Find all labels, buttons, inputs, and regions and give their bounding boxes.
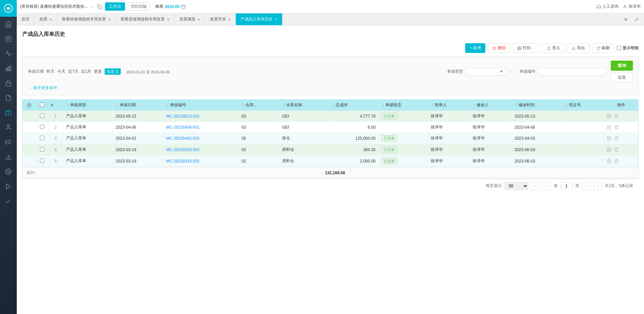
filter-today[interactable]: 今天: [57, 69, 65, 74]
col-voucher[interactable]: 凭证号: [562, 100, 604, 111]
tab-invoice-open-close[interactable]: ×: [228, 17, 231, 22]
last-page-button[interactable]: »: [593, 182, 602, 190]
edit-icon[interactable]: [607, 136, 611, 141]
user-service[interactable]: 人工咨询: [596, 4, 619, 9]
tabbar: 首页 发票 × 查看销项增值税专用发票 × 查看进项增值税专用发票 × 发票测算…: [17, 13, 644, 25]
tab-invoice-open[interactable]: 发票开具 ×: [205, 13, 236, 25]
tab-sales-vat[interactable]: 查看销项增值税专用发票 ×: [57, 13, 116, 25]
edit-icon[interactable]: [607, 147, 611, 152]
table-row[interactable]: 3 产品入库单 2023-04-02 MC-20230402-001 05 徐仓…: [22, 133, 638, 144]
old-version-button[interactable]: 切到旧版: [128, 2, 150, 11]
tab-purchase-vat-close[interactable]: ×: [167, 17, 169, 22]
edit-icon[interactable]: [607, 114, 611, 119]
import-button[interactable]: 导入: [542, 43, 565, 53]
user-info[interactable]: 徐泽华: [623, 4, 641, 9]
cell-checkbox[interactable]: [36, 122, 48, 133]
page-input[interactable]: [560, 182, 573, 190]
col-total-cost[interactable]: 总成本: [329, 100, 378, 111]
close-all-button[interactable]: ✕: [621, 15, 631, 24]
tab-home[interactable]: 首页: [17, 13, 35, 25]
edit-icon[interactable]: [607, 125, 611, 130]
cell-checkbox[interactable]: [36, 111, 48, 122]
cell-number[interactable]: MC-20230319-001: [163, 155, 239, 167]
sidebar-item-docs[interactable]: [0, 32, 17, 46]
filter-custom[interactable]: 自定义: [105, 68, 121, 75]
col-status[interactable]: 单据状态: [378, 100, 428, 111]
sidebar-item-download[interactable]: [0, 149, 17, 164]
cell-number[interactable]: MC-20230319-002: [163, 144, 239, 155]
workbench-button[interactable]: 工作台: [105, 2, 125, 11]
delete-row-icon[interactable]: [614, 159, 619, 164]
cell-checkbox[interactable]: [36, 144, 48, 155]
col-settings[interactable]: [22, 100, 36, 111]
calendar-icon[interactable]: [181, 4, 185, 9]
tab-product-inbound[interactable]: 产成品入库单历史 ×: [236, 13, 282, 25]
company-dropdown-icon[interactable]: [90, 5, 94, 9]
tab-invoice-calc-close[interactable]: ×: [198, 17, 200, 22]
sidebar-item-invoice[interactable]: [0, 90, 17, 105]
tab-invoice-calc[interactable]: 发票测算 ×: [175, 13, 205, 25]
search-button[interactable]: 查询: [611, 61, 633, 71]
sidebar-item-v[interactable]: [0, 194, 17, 208]
cell-number[interactable]: MC-20230513-001: [163, 111, 239, 122]
filter-expand[interactable]: 展开更多条件: [28, 85, 633, 91]
delete-row-icon[interactable]: [614, 136, 619, 141]
sidebar-item-warehouse[interactable]: [0, 105, 17, 120]
prev-page-button[interactable]: ‹: [542, 182, 551, 190]
table-row[interactable]: 2 产品入库单 2023-04-06 MC-20230406-001 03 GE…: [22, 122, 638, 133]
filter-number-input[interactable]: [538, 68, 605, 76]
tab-purchase-vat[interactable]: 查看进项增值税专用发票 ×: [116, 13, 174, 25]
edit-icon[interactable]: [607, 159, 611, 164]
table-row[interactable]: 1 产品入库单 2023-05-13 MC-20230513-001 03 GE…: [22, 111, 638, 122]
sidebar-item-play[interactable]: [0, 179, 17, 194]
sidebar-item-chart[interactable]: [0, 61, 17, 76]
sidebar-item-user[interactable]: [0, 120, 17, 135]
new-button[interactable]: + 新增: [465, 43, 485, 53]
select-all-checkbox[interactable]: [40, 103, 44, 107]
filter-7days[interactable]: 近7天: [68, 69, 78, 74]
col-warehouse-name[interactable]: 仓库名称: [279, 100, 329, 111]
sidebar-item-lock[interactable]: [0, 76, 17, 90]
sidebar-item-home[interactable]: [0, 17, 17, 32]
maximize-button[interactable]: ⤢: [632, 15, 641, 24]
table-row[interactable]: 4 产品入库单 2023-03-19 MC-20230319-002 02 原料…: [22, 144, 638, 155]
copy-icon[interactable]: [97, 4, 102, 9]
refresh-button[interactable]: 刷新: [592, 43, 614, 53]
tab-invoice-close[interactable]: ×: [49, 17, 52, 22]
delete-row-icon[interactable]: [614, 114, 619, 119]
delete-row-icon[interactable]: [614, 125, 619, 130]
sidebar-item-list[interactable]: [0, 135, 17, 149]
col-warehouse-code[interactable]: 仓库...: [238, 100, 279, 111]
col-type[interactable]: 单据类型: [63, 100, 113, 111]
col-modifier[interactable]: 修改人: [470, 100, 512, 111]
col-checkbox[interactable]: [36, 100, 48, 111]
col-date[interactable]: 单据日期: [113, 100, 163, 111]
first-page-button[interactable]: «: [531, 182, 540, 190]
delete-row-icon[interactable]: [614, 147, 619, 152]
cell-checkbox[interactable]: [36, 133, 48, 144]
tab-invoice[interactable]: 发票 ×: [35, 13, 57, 25]
sidebar-item-settings[interactable]: [0, 164, 17, 179]
cell-checkbox[interactable]: [36, 155, 48, 167]
table-row[interactable]: 5 产品入库单 2023-03-19 MC-20230319-001 02 原料…: [22, 155, 638, 167]
setting-button[interactable]: 设置: [611, 73, 633, 82]
filter-type-select[interactable]: [466, 68, 506, 76]
delete-button[interactable]: 删除: [488, 43, 510, 53]
filter-more[interactable]: 更多: [94, 69, 102, 74]
show-detail-checkbox[interactable]: [617, 46, 621, 50]
sidebar-item-analytics[interactable]: [0, 46, 17, 61]
next-page-button[interactable]: ›: [582, 182, 591, 190]
col-number[interactable]: 单据编号: [163, 100, 239, 111]
col-creator[interactable]: 制单人: [428, 100, 470, 111]
cell-number[interactable]: MC-20230402-001: [163, 133, 239, 144]
print-button[interactable]: 打印: [513, 43, 540, 53]
filter-yesterday[interactable]: 昨天: [47, 69, 55, 74]
tab-sales-vat-close[interactable]: ×: [108, 17, 111, 22]
cell-number[interactable]: MC-20230406-001: [163, 122, 239, 133]
col-modify-time[interactable]: 修改时间: [512, 100, 562, 111]
export-button[interactable]: 导出: [567, 43, 589, 53]
per-page-select[interactable]: 50 100: [504, 182, 528, 190]
tab-product-inbound-close[interactable]: ×: [275, 17, 277, 22]
filter-1month[interactable]: 近1月: [81, 69, 92, 74]
show-detail-toggle[interactable]: 显示明细: [617, 43, 639, 53]
